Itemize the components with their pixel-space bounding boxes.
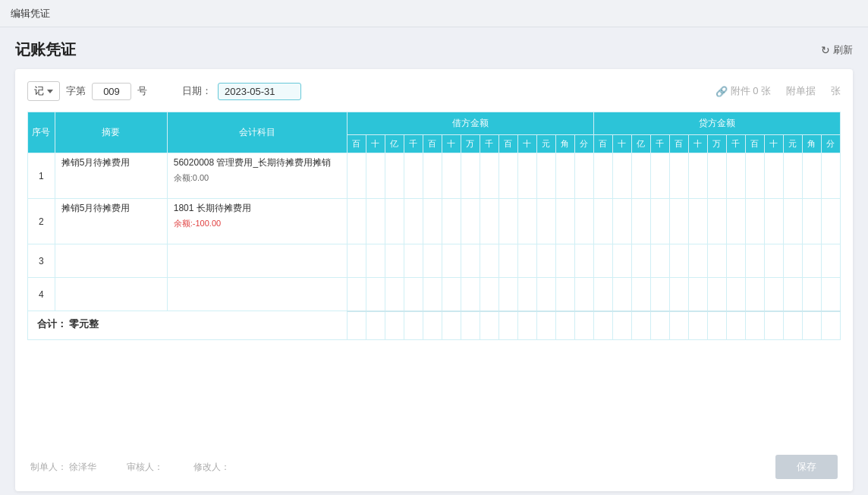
row1-d5[interactable] bbox=[423, 153, 442, 199]
row4-d7[interactable] bbox=[461, 278, 480, 311]
row2-d5[interactable] bbox=[423, 199, 442, 244]
row4-c3[interactable] bbox=[631, 278, 650, 311]
row1-c11[interactable] bbox=[783, 153, 802, 199]
row2-c7[interactable] bbox=[707, 199, 726, 244]
row2-c4[interactable] bbox=[650, 199, 669, 244]
row4-d4[interactable] bbox=[404, 278, 423, 311]
row2-c8[interactable] bbox=[726, 199, 745, 244]
row3-c3[interactable] bbox=[631, 244, 650, 278]
row1-c8[interactable] bbox=[726, 153, 745, 199]
row4-c11[interactable] bbox=[783, 278, 802, 311]
row1-c9[interactable] bbox=[745, 153, 764, 199]
row1-account[interactable]: 56020008 管理费用_长期待摊费用摊销 余额:0.00 bbox=[167, 153, 347, 199]
row1-d6[interactable] bbox=[442, 153, 461, 199]
row4-c5[interactable] bbox=[669, 278, 688, 311]
row1-d12[interactable] bbox=[555, 153, 574, 199]
row1-c10[interactable] bbox=[764, 153, 783, 199]
row3-c8[interactable] bbox=[726, 244, 745, 278]
row4-c1[interactable] bbox=[593, 278, 612, 311]
row3-d4[interactable] bbox=[404, 244, 423, 278]
row2-c13[interactable] bbox=[821, 199, 840, 244]
row3-c5[interactable] bbox=[669, 244, 688, 278]
row2-summary[interactable]: 摊销5月待摊费用 bbox=[55, 199, 167, 244]
row1-summary[interactable]: 摊销5月待摊费用 bbox=[55, 153, 167, 199]
row4-d12[interactable] bbox=[555, 278, 574, 311]
row2-c3[interactable] bbox=[631, 199, 650, 244]
row3-c10[interactable] bbox=[764, 244, 783, 278]
date-input[interactable] bbox=[218, 83, 301, 100]
row3-summary[interactable] bbox=[55, 244, 167, 278]
row4-d10[interactable] bbox=[517, 278, 536, 311]
row2-d8[interactable] bbox=[480, 199, 498, 244]
row3-d11[interactable] bbox=[536, 244, 555, 278]
row4-c4[interactable] bbox=[650, 278, 669, 311]
row1-d2[interactable] bbox=[366, 153, 385, 199]
row1-d3[interactable] bbox=[385, 153, 404, 199]
row1-c12[interactable] bbox=[802, 153, 821, 199]
row2-d1[interactable] bbox=[347, 199, 366, 244]
voucher-number-input[interactable] bbox=[92, 83, 131, 100]
row4-d9[interactable] bbox=[498, 278, 517, 311]
row2-d13[interactable] bbox=[574, 199, 593, 244]
row2-c2[interactable] bbox=[612, 199, 631, 244]
row2-c6[interactable] bbox=[688, 199, 707, 244]
row2-d12[interactable] bbox=[555, 199, 574, 244]
save-button[interactable]: 保存 bbox=[775, 455, 838, 479]
row2-d6[interactable] bbox=[442, 199, 461, 244]
row3-d7[interactable] bbox=[461, 244, 480, 278]
row1-d11[interactable] bbox=[536, 153, 555, 199]
voucher-type-dropdown[interactable]: 记 bbox=[27, 81, 60, 101]
row3-c13[interactable] bbox=[821, 244, 840, 278]
row1-d13[interactable] bbox=[574, 153, 593, 199]
row3-d6[interactable] bbox=[442, 244, 461, 278]
row4-c13[interactable] bbox=[821, 278, 840, 311]
row4-d6[interactable] bbox=[442, 278, 461, 311]
row4-summary[interactable] bbox=[55, 278, 167, 311]
refresh-button[interactable]: ↻ 刷新 bbox=[821, 43, 853, 57]
row3-c11[interactable] bbox=[783, 244, 802, 278]
row2-c12[interactable] bbox=[802, 199, 821, 244]
row1-c2[interactable] bbox=[612, 153, 631, 199]
row4-d11[interactable] bbox=[536, 278, 555, 311]
row1-d1[interactable] bbox=[347, 153, 366, 199]
row4-d3[interactable] bbox=[385, 278, 404, 311]
row2-c5[interactable] bbox=[669, 199, 688, 244]
row3-account[interactable] bbox=[167, 244, 347, 278]
row3-c9[interactable] bbox=[745, 244, 764, 278]
row1-d8[interactable] bbox=[480, 153, 498, 199]
row3-d1[interactable] bbox=[347, 244, 366, 278]
attachment-link[interactable]: 🔗 附件 0 张 bbox=[715, 84, 771, 98]
row2-account[interactable]: 1801 长期待摊费用 余额:-100.00 bbox=[167, 199, 347, 244]
row1-d7[interactable] bbox=[461, 153, 480, 199]
row1-c7[interactable] bbox=[707, 153, 726, 199]
row2-d2[interactable] bbox=[366, 199, 385, 244]
row2-d10[interactable] bbox=[517, 199, 536, 244]
row4-d13[interactable] bbox=[574, 278, 593, 311]
row2-c1[interactable] bbox=[593, 199, 612, 244]
row3-d5[interactable] bbox=[423, 244, 442, 278]
row2-d11[interactable] bbox=[536, 199, 555, 244]
row2-d3[interactable] bbox=[385, 199, 404, 244]
row4-d1[interactable] bbox=[347, 278, 366, 311]
row3-d8[interactable] bbox=[480, 244, 498, 278]
row2-d7[interactable] bbox=[461, 199, 480, 244]
row3-d10[interactable] bbox=[517, 244, 536, 278]
row3-d13[interactable] bbox=[574, 244, 593, 278]
row3-c4[interactable] bbox=[650, 244, 669, 278]
row3-d3[interactable] bbox=[385, 244, 404, 278]
row4-d8[interactable] bbox=[480, 278, 498, 311]
row1-c3[interactable] bbox=[631, 153, 650, 199]
row4-c10[interactable] bbox=[764, 278, 783, 311]
row4-c2[interactable] bbox=[612, 278, 631, 311]
row4-c6[interactable] bbox=[688, 278, 707, 311]
row3-c7[interactable] bbox=[707, 244, 726, 278]
row1-c6[interactable] bbox=[688, 153, 707, 199]
row4-c12[interactable] bbox=[802, 278, 821, 311]
row4-c8[interactable] bbox=[726, 278, 745, 311]
row4-c9[interactable] bbox=[745, 278, 764, 311]
row4-account[interactable] bbox=[167, 278, 347, 311]
row1-d10[interactable] bbox=[517, 153, 536, 199]
row3-c6[interactable] bbox=[688, 244, 707, 278]
row2-d4[interactable] bbox=[404, 199, 423, 244]
row2-c9[interactable] bbox=[745, 199, 764, 244]
